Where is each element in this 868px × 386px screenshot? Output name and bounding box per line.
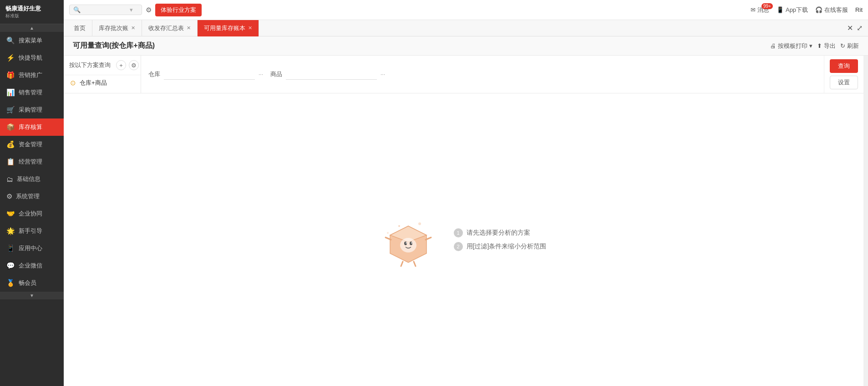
print-btn[interactable]: 🖨 按模板打印 ▾ <box>770 42 812 50</box>
scheme-label: 仓库+商品 <box>80 79 107 87</box>
right-scrollbar[interactable] <box>863 56 868 386</box>
sidebar-item-label: 资金管理 <box>19 140 42 149</box>
operations-icon: 📋 <box>6 158 15 166</box>
sidebar-item-label: 搜索菜单 <box>19 36 42 45</box>
sidebar-item-wechat[interactable]: 💬 企业微信 <box>0 257 64 274</box>
tab-batch-account-close[interactable]: ✕ <box>131 25 135 31</box>
sidebar-item-guide[interactable]: 🌟 新手引导 <box>0 222 64 240</box>
tab-available-stock-close[interactable]: ✕ <box>248 25 252 31</box>
sidebar-item-marketing[interactable]: 🎁 营销推广 <box>0 67 64 84</box>
sidebar-item-label: 企业协同 <box>19 210 42 218</box>
messages-btn[interactable]: ✉ 消息 99+ <box>751 6 769 14</box>
customer-service-btn[interactable]: 🎧 在线客服 <box>815 6 848 14</box>
tab-receive-summary[interactable]: 收发存汇总表 ✕ <box>142 20 198 36</box>
tab-expand-btn[interactable]: ⤢ <box>857 24 863 32</box>
sidebar-item-finance[interactable]: 💰 资金管理 <box>0 136 64 153</box>
sidebar-item-sales[interactable]: 📊 销售管理 <box>0 84 64 101</box>
sidebar-item-label: 系统管理 <box>16 192 40 201</box>
page-header-actions: 🖨 按模板打印 ▾ ⬆ 导出 ↻ 刷新 <box>770 42 859 50</box>
sidebar-item-member[interactable]: 🏅 畅会员 <box>0 274 64 292</box>
company-name: 畅康通好生意 <box>5 5 58 13</box>
print-dropdown-icon[interactable]: ▾ <box>809 42 812 49</box>
step2-circle: 2 <box>454 242 463 251</box>
sidebar-item-label: 企业微信 <box>19 262 42 270</box>
main-content: 按以下方案查询 + ⚙ « ⊙ 仓库+商品 仓库 <box>64 56 863 386</box>
inventory-icon: 📦 <box>6 123 15 131</box>
finance-icon: 💰 <box>6 140 15 149</box>
filter-settings-btn[interactable]: ⚙ <box>129 60 139 70</box>
tab-home-label: 首页 <box>74 24 86 32</box>
page-title: 可用量查询(按仓库+商品) <box>73 41 155 51</box>
product-more-btn[interactable]: ··· <box>381 71 385 77</box>
sidebar-scroll-down[interactable]: ▼ <box>0 292 64 299</box>
tab-available-stock[interactable]: 可用量库存账本 ✕ <box>198 20 259 36</box>
page-header: 可用量查询(按仓库+商品) 🖨 按模板打印 ▾ ⬆ 导出 ↻ 刷新 <box>64 36 868 56</box>
sidebar-item-operations[interactable]: 📋 经营管理 <box>0 153 64 170</box>
filter-panel: 按以下方案查询 + ⚙ « ⊙ 仓库+商品 <box>64 56 141 93</box>
dropdown-icon[interactable]: ▾ <box>130 6 133 13</box>
version-label: 标准版 <box>5 13 58 19</box>
marketing-icon: 🎁 <box>6 71 15 79</box>
empty-hint-1: 1 请先选择要分析的方案 <box>454 228 547 237</box>
query-fields: 仓库 ··· 商品 ··· <box>141 56 824 93</box>
scheme-item-warehouse-product[interactable]: ⊙ 仓库+商品 <box>64 75 141 91</box>
refresh-btn[interactable]: ↻ 刷新 <box>840 42 859 50</box>
svg-line-8 <box>414 262 416 266</box>
sidebar-item-purchase[interactable]: 🛒 采购管理 <box>0 101 64 118</box>
sidebar-item-label: 库存核算 <box>19 123 42 131</box>
empty-text: 1 请先选择要分析的方案 2 用[过滤]条件来缩小分析范围 <box>454 228 547 251</box>
tab-available-stock-label: 可用量库存账本 <box>204 24 245 32</box>
tab-home[interactable]: 首页 <box>67 20 92 36</box>
sidebar-item-apps[interactable]: 📱 应用中心 <box>0 240 64 257</box>
sidebar-scroll-up[interactable]: ▲ <box>0 24 64 32</box>
filter-add-btn[interactable]: + <box>116 60 126 70</box>
svg-point-13 <box>387 232 389 234</box>
export-btn[interactable]: ⬆ 导出 <box>817 42 836 50</box>
topbar-gear-icon[interactable]: ⚙ <box>146 6 152 14</box>
search-icon: 🔍 <box>73 6 81 13</box>
tab-receive-summary-close[interactable]: ✕ <box>187 25 191 31</box>
quick-nav-icon: ⚡ <box>6 54 15 62</box>
sidebar-item-inventory[interactable]: 📦 库存核算 <box>0 118 64 136</box>
warehouse-more-btn[interactable]: ··· <box>259 71 263 77</box>
warehouse-input[interactable] <box>164 69 255 80</box>
search-icon: 🔍 <box>6 36 15 45</box>
hint1-text: 请先选择要分析的方案 <box>467 229 530 237</box>
sidebar-item-cooperation[interactable]: 🤝 企业协同 <box>0 205 64 222</box>
tab-close-all-btn[interactable]: ✕ <box>847 24 853 32</box>
query-btn[interactable]: 查询 <box>830 59 858 73</box>
app-download-btn[interactable]: 📱 App下载 <box>777 6 808 14</box>
sidebar-item-basics[interactable]: 🗂 基础信息 <box>0 170 64 188</box>
phone-icon: 📱 <box>777 6 784 13</box>
step1-circle: 1 <box>454 228 463 237</box>
sidebar-item-label: 应用中心 <box>19 244 42 252</box>
tab-batch-account[interactable]: 库存批次账 ✕ <box>92 20 142 36</box>
topbar-search-input[interactable] <box>82 7 128 13</box>
sales-icon: 📊 <box>6 88 15 97</box>
user-name[interactable]: Rit <box>855 6 863 13</box>
export-icon: ⬆ <box>817 42 822 49</box>
tabs-right-actions: ✕ ⤢ <box>847 24 864 32</box>
topbar-search-box[interactable]: 🔍 ▾ <box>69 5 142 15</box>
product-input[interactable] <box>286 69 377 80</box>
sidebar-item-label: 营销推广 <box>19 71 42 79</box>
industry-btn[interactable]: 体验行业方案 <box>155 4 202 16</box>
scheme-icon: ⊙ <box>70 79 76 87</box>
headset-icon: 🎧 <box>815 6 822 13</box>
sidebar-item-quick-nav[interactable]: ⚡ 快捷导航 <box>0 49 64 67</box>
svg-point-6 <box>411 242 412 244</box>
refresh-icon: ↻ <box>840 42 845 49</box>
topbar: 🔍 ▾ ⚙ 体验行业方案 ✉ 消息 99+ 📱 App下载 🎧 在线客服 Rit <box>64 0 868 20</box>
print-icon: 🖨 <box>770 42 776 49</box>
basics-icon: 🗂 <box>6 175 13 183</box>
member-icon: 🏅 <box>6 279 15 287</box>
filter-actions: + ⚙ « <box>116 60 145 70</box>
svg-point-2 <box>400 238 416 252</box>
filter-and-query: 按以下方案查询 + ⚙ « ⊙ 仓库+商品 仓库 <box>64 56 863 93</box>
sidebar-item-label: 快捷导航 <box>19 54 42 62</box>
settings-btn[interactable]: 设置 <box>830 76 858 89</box>
sidebar: 畅康通好生意 标准版 ▲ 🔍 搜索菜单 ⚡ 快捷导航 🎁 营销推广 📊 销售管理… <box>0 0 64 386</box>
sidebar-item-search[interactable]: 🔍 搜索菜单 <box>0 32 64 49</box>
print-label: 按模板打印 <box>778 42 807 50</box>
sidebar-item-system[interactable]: ⚙ 系统管理 <box>0 188 64 205</box>
